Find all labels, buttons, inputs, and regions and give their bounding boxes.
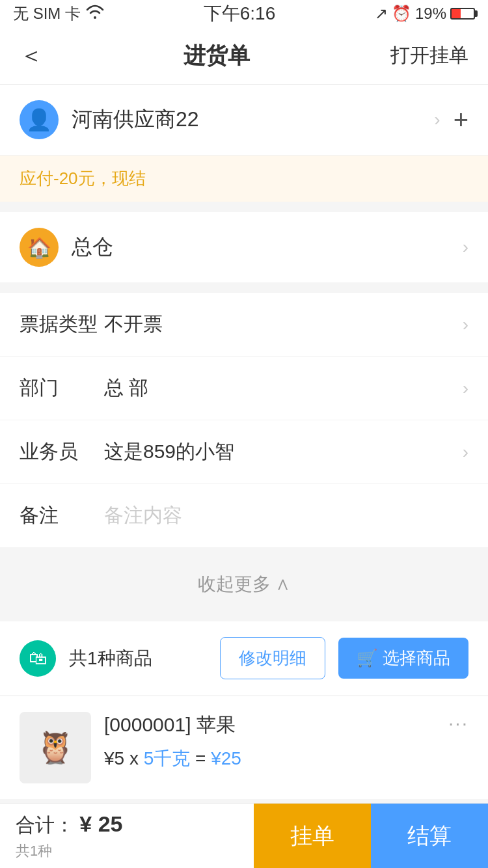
invoice-type-value: 不开票	[104, 311, 463, 338]
notice-banner: 应付-20元，现结	[0, 156, 488, 202]
product-header: 🛍 共1种商品 修改明细 🛒 选择商品	[0, 621, 488, 695]
battery-icon	[450, 8, 475, 20]
owl-icon: 🦉	[36, 729, 75, 766]
collapse-label: 收起更多 ∧	[198, 574, 291, 594]
department-label: 部门	[20, 375, 104, 401]
supplier-row[interactable]: 👤 河南供应商22 › +	[0, 85, 488, 156]
unit-price: ¥5	[104, 748, 124, 768]
salesman-label: 业务员	[20, 439, 104, 465]
department-chevron: ›	[463, 378, 468, 399]
price-separator: x	[129, 748, 144, 768]
remark-label: 备注	[20, 502, 104, 529]
product-count-icon: 🛍	[20, 640, 56, 677]
department-value: 总 部	[104, 375, 463, 401]
warehouse-row[interactable]: 🏠 总仓 ›	[0, 212, 488, 282]
edit-detail-button[interactable]: 修改明细	[220, 637, 325, 679]
product-title: 苹果	[197, 714, 236, 735]
select-product-button[interactable]: 🛒 选择商品	[338, 638, 468, 679]
form-section: 票据类型 不开票 › 部门 总 部 › 业务员 这是859的小智 › 备注 备注…	[0, 293, 488, 547]
supplier-actions: › +	[434, 105, 468, 135]
open-hang-button[interactable]: 打开挂单	[390, 42, 468, 69]
salesman-row[interactable]: 业务员 这是859的小智 ›	[0, 420, 488, 484]
add-supplier-button[interactable]: +	[454, 105, 468, 135]
invoice-type-row[interactable]: 票据类型 不开票 ›	[0, 293, 488, 357]
remark-input[interactable]: 备注内容	[104, 502, 468, 529]
total-section: 合计： ¥ 25 共1种	[0, 804, 254, 868]
invoice-type-label: 票据类型	[20, 311, 104, 338]
collapse-bar[interactable]: 收起更多 ∧	[0, 558, 488, 611]
bottom-bar: 合计： ¥ 25 共1种 挂单 结算	[0, 803, 488, 868]
carrier-label: 无 SIM 卡	[13, 3, 81, 24]
warehouse-icon-wrap: 🏠	[20, 228, 59, 267]
salesman-chevron: ›	[463, 442, 468, 463]
back-button[interactable]: ＜	[20, 40, 43, 72]
battery-percent: 19%	[415, 5, 446, 23]
product-code: [0000001]	[104, 714, 191, 735]
supplier-card: 👤 河南供应商22 › + 应付-20元，现结	[0, 85, 488, 202]
quantity: 5千克	[144, 748, 191, 768]
supplier-name: 河南供应商22	[72, 105, 434, 134]
warehouse-icon: 🏠	[27, 236, 51, 259]
product-thumbnail: 🦉	[20, 712, 91, 783]
cart-icon: 🛒	[357, 648, 377, 668]
warehouse-name: 总仓	[72, 233, 463, 262]
total-amount: ¥ 25	[79, 811, 122, 836]
product-total: ¥25	[211, 748, 241, 768]
total-label: 合计：	[16, 814, 74, 835]
chevron-right-icon: ›	[434, 109, 440, 130]
department-row[interactable]: 部门 总 部 ›	[0, 357, 488, 420]
supplier-avatar: 👤	[20, 100, 59, 139]
content-area: 👤 河南供应商22 › + 应付-20元，现结 🏠 总仓 › 票据类型 不开票 …	[0, 85, 488, 864]
select-product-label: 选择商品	[383, 647, 450, 670]
alarm-icon: ⏰	[392, 5, 411, 23]
page-title: 进货单	[183, 41, 250, 71]
status-time: 下午6:16	[204, 1, 276, 26]
status-left: 无 SIM 卡	[13, 3, 104, 24]
total-row: 合计： ¥ 25	[16, 811, 238, 839]
remark-row[interactable]: 备注 备注内容	[0, 484, 488, 547]
bag-icon: 🛍	[29, 647, 47, 669]
salesman-value: 这是859的小智	[104, 439, 463, 465]
product-name: [0000001] 苹果	[104, 712, 448, 739]
product-price: ¥5 x 5千克 = ¥25	[104, 746, 448, 771]
warehouse-chevron-icon: ›	[463, 237, 468, 258]
status-right: ↗ ⏰ 19%	[375, 5, 475, 23]
hang-button[interactable]: 挂单	[254, 804, 371, 868]
product-count-text: 共1种商品	[69, 646, 207, 671]
product-more-button[interactable]: ···	[448, 712, 468, 734]
location-icon: ↗	[375, 5, 388, 23]
notice-text: 应付-20元，现结	[20, 169, 146, 188]
wifi-icon	[86, 5, 104, 23]
total-count: 共1种	[16, 841, 238, 861]
invoice-type-chevron: ›	[463, 314, 468, 335]
status-bar: 无 SIM 卡 下午6:16 ↗ ⏰ 19%	[0, 0, 488, 27]
nav-bar: ＜ 进货单 打开挂单	[0, 27, 488, 85]
equals: =	[195, 748, 211, 768]
product-item: 🦉 [0000001] 苹果 ¥5 x 5千克 = ¥25 ···	[0, 696, 488, 799]
person-icon: 👤	[26, 107, 52, 132]
checkout-button[interactable]: 结算	[371, 804, 488, 868]
product-info: [0000001] 苹果 ¥5 x 5千克 = ¥25	[104, 712, 448, 771]
